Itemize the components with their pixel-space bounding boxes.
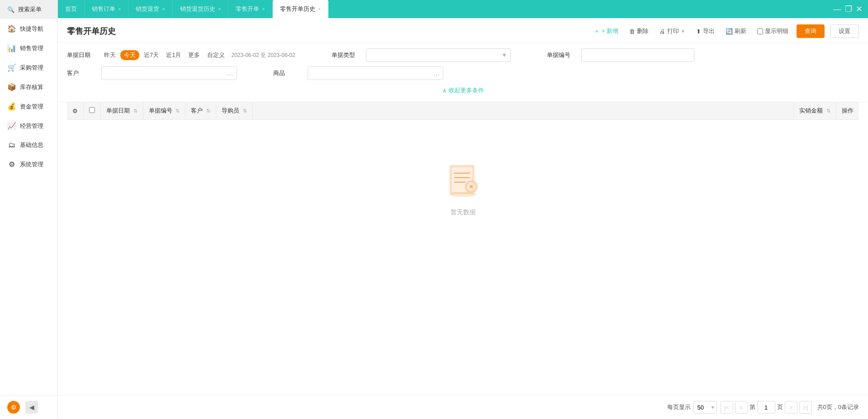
date-option-yesterday[interactable]: 昨天 [101, 50, 119, 60]
date-option-1month[interactable]: 近1月 [163, 50, 184, 60]
th-guide-sort[interactable]: ⇅ [243, 108, 247, 113]
column-settings-icon[interactable]: ⚙ [72, 108, 78, 114]
sidebar-item-basic-info[interactable]: 🗂 基础信息 [0, 136, 57, 155]
th-action: 操作 [836, 102, 859, 120]
window-restore-button[interactable]: ❐ [845, 4, 852, 14]
th-customer-sort[interactable]: ⇅ [206, 108, 210, 113]
sidebar-item-quick-nav[interactable]: 🏠 快捷导航 [0, 19, 57, 38]
sidebar-search[interactable]: 🔍 搜索采单 [0, 0, 57, 19]
sidebar-item-finance[interactable]: 💰 资金管理 [0, 97, 57, 116]
date-option-more[interactable]: 更多 [185, 50, 203, 60]
th-checkbox[interactable] [84, 102, 101, 120]
th-order-num-label: 单据编号 [149, 107, 172, 114]
settings-gear-button[interactable]: ⚙ [7, 401, 20, 414]
tabbar: 首页 销售订单 × 销货退货 × 销货退货历史 × 零售开单 × 零售开单历史 … [58, 0, 868, 18]
goods-input-wrap: … [308, 66, 443, 80]
goods-input[interactable] [308, 66, 443, 80]
sidebar-item-inventory[interactable]: 📦 库存核算 [0, 77, 57, 97]
tab-sales-return-history[interactable]: 销货退货历史 × [173, 0, 228, 18]
sidebar-item-label: 库存核算 [20, 83, 43, 91]
tab-sales-return[interactable]: 销货退货 × [128, 0, 172, 18]
th-amount-sort[interactable]: ⇅ [826, 108, 830, 113]
sales-icon: 📊 [7, 44, 16, 52]
th-amount-label: 实销金额 [799, 107, 823, 114]
date-range-display: 2023-06-02 至 2023-06-02 [231, 52, 295, 59]
type-select[interactable] [366, 48, 511, 62]
table-area: ⚙ 单据日期 ⇅ 单据编号 ⇅ [58, 102, 868, 395]
first-page-button[interactable]: |< [721, 401, 733, 414]
sidebar-nav: 🏠 快捷导航 📊 销售管理 🛒 采购管理 📦 库存核算 💰 资金管理 📈 经营管… [0, 19, 57, 395]
date-option-7days[interactable]: 近7天 [141, 50, 161, 60]
th-gear[interactable]: ⚙ [67, 102, 84, 120]
window-minimize-button[interactable]: — [833, 5, 841, 14]
date-option-custom[interactable]: 自定义 [204, 50, 228, 60]
type-filter-label: 单据类型 [332, 51, 357, 59]
page-title: 零售开单历史 [67, 26, 116, 37]
customer-input-wrap: … [101, 66, 237, 80]
goods-input-dots[interactable]: … [433, 70, 440, 77]
settings-button[interactable]: 设置 [830, 24, 859, 38]
sidebar-item-operations[interactable]: 📈 经营管理 [0, 116, 57, 136]
delete-button[interactable]: 🗑 删除 [626, 25, 651, 37]
sidebar-item-system[interactable]: ⚙ 系统管理 [0, 155, 57, 174]
sidebar-collapse-button[interactable]: ◀ [25, 401, 38, 414]
page-number-input[interactable] [757, 401, 775, 414]
prev-page-button[interactable]: < [735, 401, 748, 414]
basic-info-icon: 🗂 [7, 141, 16, 149]
tab-sales-order[interactable]: 销售订单 × [85, 0, 128, 18]
query-button[interactable]: 查询 [797, 24, 825, 38]
refresh-button[interactable]: 🔄 刷新 [723, 25, 749, 37]
collapse-more-label: 收起更多条件 [449, 86, 484, 94]
collapse-more-button[interactable]: ∧ 收起更多条件 [67, 85, 859, 96]
per-page-label: 每页显示 [667, 403, 691, 411]
customer-input-dots[interactable]: … [227, 70, 233, 77]
export-button[interactable]: ⬆ 导出 [693, 25, 717, 37]
sidebar: 🔍 搜索采单 🏠 快捷导航 📊 销售管理 🛒 采购管理 📦 库存核算 💰 资金管… [0, 0, 58, 419]
th-order-num-sort[interactable]: ⇅ [175, 108, 180, 113]
th-spacer [252, 102, 794, 120]
sidebar-item-label: 快捷导航 [20, 25, 43, 33]
purchase-icon: 🛒 [7, 63, 16, 72]
sidebar-item-sales-mgmt[interactable]: 📊 销售管理 [0, 38, 57, 58]
tab-retail-open-history[interactable]: 零售开单历史 × [273, 0, 328, 18]
tab-sales-return-history-close[interactable]: × [218, 6, 221, 12]
new-button[interactable]: ＋ + 新增 [591, 25, 621, 37]
date-options: 昨天 今天 近7天 近1月 更多 自定义 2023-06-02 至 2023-0… [101, 50, 295, 60]
filter-area: 单据日期 昨天 今天 近7天 近1月 更多 自定义 2023-06-02 至 2… [58, 43, 868, 102]
last-page-button[interactable]: >| [799, 401, 812, 414]
tab-sales-return-history-label: 销货退货历史 [180, 5, 215, 13]
operations-icon: 📈 [7, 122, 16, 130]
th-date-sort[interactable]: ⇅ [133, 108, 138, 113]
order-num-input[interactable] [581, 48, 694, 62]
refresh-icon: 🔄 [726, 28, 733, 35]
select-all-checkbox[interactable] [89, 107, 95, 113]
print-icon: 🖨 [659, 28, 665, 35]
tab-home[interactable]: 首页 [58, 0, 85, 18]
empty-state: 暂无数据 [67, 120, 859, 253]
tab-retail-open-history-close[interactable]: × [318, 6, 321, 12]
page-header: 零售开单历史 ＋ + 新增 🗑 删除 🖨 打印 ▼ ⬆ 导出 [58, 18, 868, 43]
tab-sales-order-close[interactable]: × [118, 6, 121, 12]
per-page-select[interactable]: 10 20 50 100 [693, 401, 717, 414]
print-label: 打印 [667, 27, 679, 35]
th-customer: 客户 ⇅ [185, 102, 216, 120]
tab-retail-open-close[interactable]: × [262, 6, 265, 12]
display-detail-checkbox[interactable] [757, 28, 763, 34]
page-label-prefix: 第 [749, 403, 755, 411]
tab-sales-return-close[interactable]: × [162, 6, 165, 12]
sidebar-item-label: 经营管理 [20, 122, 43, 130]
tab-home-label: 首页 [65, 5, 77, 13]
customer-input[interactable] [101, 66, 237, 80]
display-detail-button[interactable]: 显示明细 [754, 25, 791, 37]
display-detail-label: 显示明细 [765, 27, 788, 35]
export-icon: ⬆ [696, 28, 701, 35]
toolbar: ＋ + 新增 🗑 删除 🖨 打印 ▼ ⬆ 导出 🔄 [591, 24, 859, 38]
date-option-today[interactable]: 今天 [120, 50, 139, 60]
sidebar-item-purchase-mgmt[interactable]: 🛒 采购管理 [0, 58, 57, 77]
collapse-up-icon: ∧ [442, 87, 447, 94]
next-page-button[interactable]: > [785, 401, 797, 414]
window-close-button[interactable]: ✕ [856, 4, 863, 14]
th-customer-label: 客户 [191, 107, 203, 114]
print-button[interactable]: 🖨 打印 ▼ [657, 25, 688, 37]
tab-retail-open[interactable]: 零售开单 × [228, 0, 272, 18]
